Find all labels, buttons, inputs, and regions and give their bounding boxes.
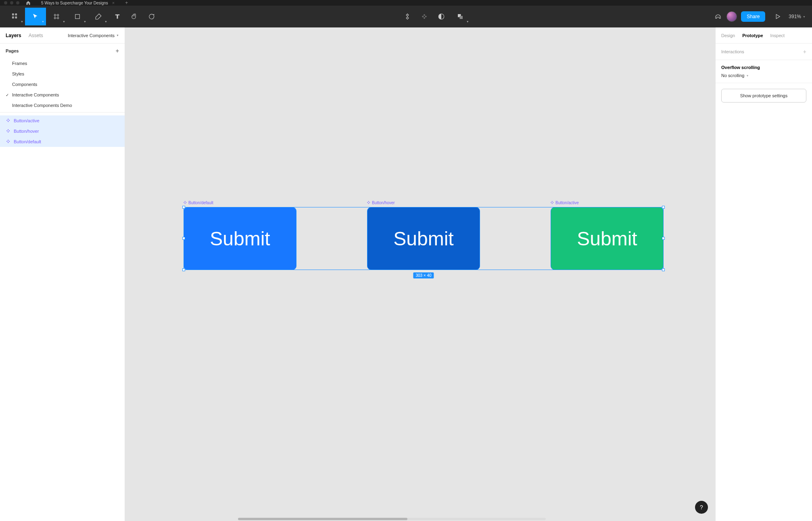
overflow-scrolling-select[interactable]: No scrolling ▼ [721,73,806,78]
traffic-close[interactable] [4,1,7,4]
page-item-label: Frames [12,61,27,66]
left-panel: Layers Assets Interactive Components ▼ P… [0,27,125,521]
pen-tool-button[interactable]: ▼ [88,8,109,25]
zoom-level[interactable]: 391% ▼ [786,14,808,19]
help-button[interactable]: ? [695,501,708,514]
present-play-icon[interactable] [769,8,786,25]
page-item-label: Components [12,82,37,87]
page-item[interactable]: Styles [0,69,125,79]
text-tool-button[interactable] [109,8,126,25]
component-frame-label[interactable]: Button/active [551,201,579,205]
page-item[interactable]: Frames [0,58,125,69]
assets-tab[interactable]: Assets [29,33,43,38]
boolean-ops-icon[interactable]: ▼ [450,8,471,25]
canvas[interactable]: Button/defaultSubmitButton/hoverSubmitBu… [125,27,715,521]
zoom-label: 391% [789,14,801,19]
svg-rect-3 [459,16,463,19]
chevron-down-icon: ▼ [803,15,806,18]
shape-tool-button[interactable]: ▼ [67,8,88,25]
page-item-label: Interactive Components [12,92,59,97]
component-icon [6,119,10,123]
traffic-max[interactable] [16,1,19,4]
page-item-label: Interactive Components Demo [12,103,72,108]
component-frame-label[interactable]: Button/hover [367,201,395,205]
scrollbar-thumb[interactable] [238,518,407,520]
share-button[interactable]: Share [741,11,765,22]
page-item[interactable]: Interactive Components Demo [0,100,125,111]
user-avatar[interactable] [726,11,737,22]
chevron-down-icon: ▼ [466,20,469,23]
add-page-button[interactable]: + [116,48,119,54]
chevron-down-icon: ▼ [42,20,44,23]
page-item[interactable]: Interactive Components [0,90,125,100]
file-tab-close-icon[interactable]: × [112,0,115,5]
frame-tool-button[interactable]: ▼ [46,8,67,25]
layer-item-label: Button/active [14,118,40,123]
page-item-label: Styles [12,71,24,76]
overflow-scrolling-title: Overflow scrolling [721,65,806,70]
selection-handle[interactable] [662,237,665,240]
layers-tab[interactable]: Layers [6,33,21,38]
chevron-down-icon: ▼ [63,20,65,23]
selection-handle[interactable] [662,206,665,209]
page-item[interactable]: Components [0,79,125,90]
right-panel: Design Prototype Inspect Interactions + … [715,27,812,521]
component-icon [6,140,10,144]
selection-dimensions-badge: 303 × 40 [413,272,434,278]
home-tab-icon[interactable] [23,0,34,5]
design-tab[interactable]: Design [721,33,735,38]
layer-item[interactable]: Button/active [0,115,125,126]
prototype-tab[interactable]: Prototype [742,33,763,38]
overflow-scrolling-value: No scrolling [721,73,744,78]
file-tab[interactable]: 5 Ways to Supercharge Your Designs × [37,0,119,6]
main-menu-button[interactable]: ▼ [4,8,25,25]
comment-tool-button[interactable] [143,8,160,25]
layer-item[interactable]: Button/default [0,136,125,147]
show-prototype-settings-button[interactable]: Show prototype settings [721,89,806,103]
inspect-tab[interactable]: Inspect [770,33,785,38]
traffic-min[interactable] [10,1,13,4]
selection-handle[interactable] [662,268,665,271]
page-picker-label: Interactive Components [68,33,115,38]
selection-bounding-box[interactable]: 303 × 40 [184,207,664,270]
toolbar: ▼ ▼ ▼ ▼ ▼ [0,6,812,27]
page-picker[interactable]: Interactive Components ▼ [68,33,119,38]
pages-list: Frames Styles Components Interactive Com… [0,58,125,111]
add-tab-button[interactable]: + [122,0,131,6]
layers-list: Button/active Button/hover Button/defaul… [0,115,125,147]
titlebar: 5 Ways to Supercharge Your Designs × + [0,0,812,6]
selection-handle[interactable] [182,237,185,240]
component-frame-label[interactable]: Button/default [184,201,213,205]
svg-rect-0 [75,15,80,19]
mask-icon[interactable] [433,8,450,25]
file-tab-title: 5 Ways to Supercharge Your Designs [41,1,108,5]
pages-header: Pages [6,48,19,53]
component-set-icon[interactable] [416,8,433,25]
layer-item-label: Button/hover [14,129,39,134]
chevron-down-icon: ▼ [83,20,86,23]
audio-chat-icon[interactable] [710,8,726,25]
component-icon [6,129,10,133]
hand-tool-button[interactable] [126,8,143,25]
layer-item[interactable]: Button/hover [0,126,125,136]
selection-handle[interactable] [182,268,185,271]
canvas-scrollbar-horizontal[interactable] [238,518,546,520]
chevron-down-icon: ▼ [746,74,749,77]
add-interaction-button[interactable]: + [803,48,806,55]
layer-item-label: Button/default [14,139,41,144]
chevron-down-icon: ▼ [116,34,119,37]
help-icon: ? [700,504,703,511]
chevron-down-icon: ▼ [104,20,107,23]
window-traffic-lights [4,1,19,4]
chevron-down-icon: ▼ [21,20,23,23]
selection-handle[interactable] [182,206,185,209]
component-create-icon[interactable] [399,8,416,25]
move-tool-button[interactable]: ▼ [25,8,46,25]
interactions-label: Interactions [721,49,744,54]
